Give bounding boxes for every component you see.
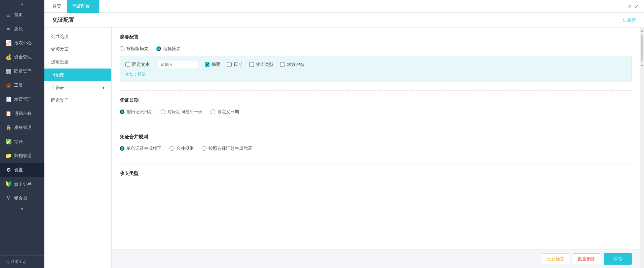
tab-home-label: 首页 [52, 3, 61, 9]
merge-radio-2[interactable] [169, 146, 174, 151]
counterpart-checkbox[interactable]: 对方户名 [280, 61, 304, 68]
left-nav-public[interactable]: 公共选项 [44, 30, 111, 43]
invoice-icon: 🧾 [5, 96, 11, 102]
sidebar-item-ledger[interactable]: ≡ 总账 [0, 22, 44, 36]
voucher-date-option3[interactable]: 自定义日期 [211, 109, 239, 115]
sidebar-item-tax[interactable]: 🔒 税务管理 [0, 121, 44, 135]
salary-icon: 💼 [5, 82, 11, 88]
merge-radio-3[interactable] [202, 146, 206, 151]
income-type-check-input[interactable] [249, 62, 254, 67]
refresh-button[interactable]: ↻ 刷新 [622, 17, 636, 24]
sidebar-item-archive[interactable]: 📁 归档管理 [0, 149, 44, 163]
sidebar-item-checkout[interactable]: ✅ 结账 [0, 135, 44, 149]
income-type-checkbox[interactable]: 收支类型 [249, 61, 273, 68]
sidebar-item-home[interactable]: ⌂ 首页 [0, 8, 44, 22]
summary-config-title: 摘要配置 [120, 34, 632, 40]
tab-active-label: 凭证配置 [72, 3, 90, 9]
summary-config-section: 摘要配置 按模版摘要 选择摘要 [120, 34, 632, 91]
sidebar-item-member[interactable]: V 畅会员 [0, 191, 44, 205]
summary-check-input[interactable] [205, 62, 210, 67]
sidebar-item-label: 设置 [14, 167, 23, 173]
voucher-date-radio-3[interactable] [211, 109, 215, 114]
sidebar: ▲ ⌂ 首页 ≡ 总账 📈 报表中心 💰 资金管理 🏢 固定资产 💼 工资 🧾 … [0, 0, 44, 268]
scrollbar: ▲ ▼ [640, 28, 644, 268]
tab-close-icon[interactable]: × [92, 4, 94, 8]
assets-icon: 🏢 [5, 68, 11, 74]
sidebar-item-label: 归档管理 [14, 153, 32, 159]
fixed-text-field[interactable] [158, 61, 198, 68]
merge-rules-radio-group: 单条记录生成凭证 合并规则 按照选择汇总生成凭证 [120, 145, 632, 151]
sidebar-scroll-up[interactable]: ▲ [0, 0, 44, 8]
summary-option2[interactable]: 选择摘要 [156, 46, 181, 52]
sidebar-item-label: 进销台账 [14, 110, 32, 117]
fixed-text-input[interactable] [125, 62, 130, 67]
example-text: 例如：摘要 [125, 72, 626, 77]
page-header: 凭证配置 ↻ 刷新 [44, 13, 644, 28]
home-icon: ⌂ [5, 12, 11, 18]
sidebar-item-label: 资金管理 [14, 54, 32, 60]
voucher-date-radio-2[interactable] [161, 109, 165, 114]
summary-radio-2[interactable] [156, 46, 161, 51]
left-nav-fixed-assets[interactable]: 固定资产 [44, 94, 111, 107]
summary-radio-1[interactable] [120, 46, 124, 51]
archive-icon: 📁 [5, 153, 11, 159]
sidebar-item-settings[interactable]: ⚙ 设置 [0, 163, 44, 177]
fixed-text-checkbox[interactable]: 固定文本 [125, 61, 150, 68]
sidebar-item-label: 税务管理 [14, 125, 32, 131]
summary-checkbox-row: 固定文本 摘要 日期 [125, 61, 626, 68]
merge-option3[interactable]: 按照选择汇总生成凭证 [202, 145, 252, 151]
left-nav-sales-invoice[interactable]: 销项发票 [44, 43, 111, 56]
merge-option2[interactable]: 合并规则 [169, 145, 194, 151]
ledger-icon: ≡ [5, 26, 11, 32]
chevron-down-icon: ▾ [103, 86, 105, 90]
sidebar-item-invoice-mgmt[interactable]: 🧾 发票管理 [0, 92, 44, 106]
reports-icon: 📈 [5, 40, 11, 46]
bottom-bar: 更新预置 批量删除 保存 [112, 250, 640, 268]
sidebar-item-salary[interactable]: 💼 工资 [0, 78, 44, 92]
summary-options-box: 固定文本 摘要 日期 [120, 56, 632, 82]
sidebar-item-reports[interactable]: 📈 报表中心 [0, 36, 44, 50]
left-nav: 公共选项 销项发票 进项发票 日记账 工资表 ▾ 固定资产 [44, 28, 112, 268]
refresh-label: 刷新 [627, 17, 636, 24]
voucher-date-title: 凭证日期 [120, 97, 632, 103]
scroll-down-arrow[interactable]: ▼ [639, 63, 644, 69]
left-nav-purchase-invoice[interactable]: 进项发票 [44, 56, 111, 69]
content-area: 公共选项 销项发票 进项发票 日记账 工资表 ▾ 固定资产 [44, 28, 644, 268]
save-button[interactable]: 保存 [604, 253, 632, 265]
summary-checkbox[interactable]: 摘要 [205, 61, 220, 68]
batch-delete-button[interactable]: 批量删除 [573, 254, 600, 264]
sidebar-item-assets[interactable]: 🏢 固定资产 [0, 64, 44, 78]
summary-option1[interactable]: 按模版摘要 [120, 46, 148, 52]
window-close-icon[interactable]: ✕ [628, 4, 632, 9]
sidebar-item-capital[interactable]: 💰 资金管理 [0, 50, 44, 64]
sidebar-scroll-down[interactable]: ▼ [0, 205, 44, 213]
sidebar-item-sales-ledger[interactable]: 📋 进销台账 [0, 106, 44, 121]
left-nav-diary[interactable]: 日记账 [44, 69, 111, 81]
update-preview-button[interactable]: 更新预置 [542, 254, 569, 264]
date-checkbox[interactable]: 日期 [227, 61, 242, 68]
merge-radio-1[interactable] [120, 146, 124, 151]
main-area: 首页 凭证配置 × ✕ ⤢ 凭证配置 ↻ 刷新 公共选项 销项发票 进项 [44, 0, 644, 268]
voucher-date-radio-1[interactable] [120, 109, 124, 114]
merge-option1[interactable]: 单条记录生成凭证 [120, 145, 161, 151]
pin-icon: ◁ [5, 260, 8, 264]
summary-mode-radio-group: 按模版摘要 选择摘要 [120, 46, 632, 52]
sidebar-unpin-button[interactable]: ◁ 取消固定 [0, 255, 44, 268]
sidebar-bottom-label: 取消固定 [10, 259, 27, 265]
voucher-date-option1[interactable]: 按日记账日期 [120, 109, 153, 115]
date-check-input[interactable] [227, 62, 232, 67]
window-maximize-icon[interactable]: ⤢ [635, 4, 639, 9]
sidebar-item-label: 首页 [14, 12, 23, 18]
scroll-thumb[interactable] [641, 35, 643, 61]
scroll-up-arrow[interactable]: ▲ [639, 28, 644, 33]
voucher-date-option2[interactable]: 对应期间最后一天 [161, 109, 202, 115]
checkout-icon: ✅ [5, 139, 11, 145]
sidebar-item-guide[interactable]: 🔰 新手引导 [0, 177, 44, 191]
voucher-date-radio-group: 按日记账日期 对应期间最后一天 自定义日期 [120, 109, 632, 115]
left-nav-payroll[interactable]: 工资表 ▾ [44, 81, 111, 94]
counterpart-check-input[interactable] [280, 62, 285, 67]
tab-home[interactable]: 首页 [47, 0, 67, 13]
tab-voucher-config[interactable]: 凭证配置 × [67, 0, 100, 13]
guide-icon: 🔰 [5, 181, 11, 187]
sidebar-item-label: 工资 [14, 82, 23, 88]
